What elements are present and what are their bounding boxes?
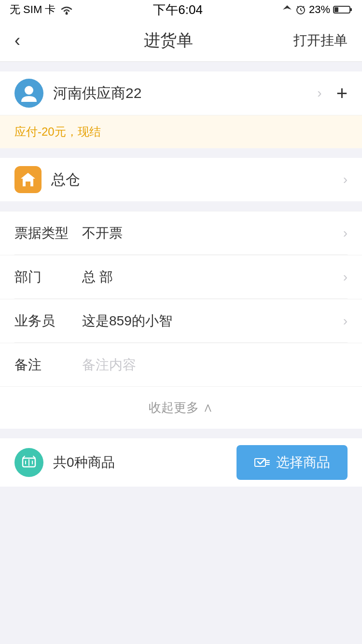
open-pending-button[interactable]: 打开挂单 (293, 31, 348, 50)
notice-banner: 应付-20元，现结 (0, 115, 362, 148)
signal-text: 无 SIM 卡 (10, 2, 56, 17)
svg-line-3 (301, 10, 302, 11)
supplier-right-actions: › + (317, 83, 348, 104)
status-right: 23% (282, 3, 352, 16)
warehouse-chevron-icon[interactable]: › (343, 172, 348, 187)
battery-text: 23% (309, 3, 330, 16)
cart-icon (21, 454, 37, 471)
select-products-button[interactable]: 选择商品 (237, 445, 348, 480)
page-title: 进货单 (144, 29, 193, 52)
back-button[interactable]: ‹ (14, 30, 43, 51)
supplier-avatar (14, 79, 43, 108)
nav-bar: ‹ 进货单 打开挂单 (0, 19, 362, 62)
status-left: 无 SIM 卡 (10, 2, 74, 17)
invoice-row[interactable]: 票据类型 不开票 › (0, 211, 362, 254)
department-row[interactable]: 部门 总 部 › (0, 255, 362, 298)
products-icon (14, 448, 43, 477)
products-left: 共0种商品 (14, 448, 115, 477)
select-cart-icon (254, 456, 270, 469)
salesperson-row[interactable]: 业务员 这是859的小智 › (0, 299, 362, 342)
status-bar: 无 SIM 卡 下午6:04 23% (0, 0, 362, 19)
form-section: 票据类型 不开票 › 部门 总 部 › 业务员 这是859的小智 › 备注 备注… (0, 211, 362, 429)
department-label: 部门 (14, 268, 72, 286)
salesperson-value: 这是859的小智 (72, 312, 343, 330)
remark-row[interactable]: 备注 备注内容 (0, 343, 362, 386)
warehouse-icon (14, 166, 42, 193)
alarm-icon (295, 4, 306, 15)
warehouse-section: 总仓 › (0, 158, 362, 201)
invoice-label: 票据类型 (14, 224, 72, 242)
supplier-name: 河南供应商22 (53, 84, 317, 103)
supplier-section: 河南供应商22 › + 应付-20元，现结 (0, 71, 362, 148)
remark-label: 备注 (14, 356, 72, 374)
status-time: 下午6:04 (153, 1, 203, 18)
invoice-chevron-icon[interactable]: › (343, 225, 348, 241)
person-icon (19, 84, 39, 103)
invoice-value: 不开票 (72, 224, 343, 242)
collapse-button[interactable]: 收起更多 ∧ (149, 399, 213, 416)
products-bar: 共0种商品 选择商品 (0, 438, 362, 487)
add-button[interactable]: + (336, 83, 348, 104)
supplier-row[interactable]: 河南供应商22 › + (0, 71, 362, 115)
wifi-icon (59, 4, 74, 15)
gap-3 (0, 201, 362, 211)
department-chevron-icon[interactable]: › (343, 269, 348, 285)
remark-input[interactable]: 备注内容 (72, 356, 348, 374)
salesperson-chevron-icon[interactable]: › (343, 313, 348, 329)
svg-rect-10 (26, 182, 30, 186)
salesperson-label: 业务员 (14, 312, 72, 330)
notice-text: 应付-20元，现结 (14, 125, 101, 138)
gap-1 (0, 62, 362, 71)
department-value: 总 部 (72, 268, 343, 286)
select-products-label: 选择商品 (276, 453, 330, 472)
svg-point-0 (66, 13, 68, 15)
supplier-chevron-icon[interactable]: › (317, 85, 321, 101)
warehouse-row[interactable]: 总仓 › (0, 158, 362, 201)
warehouse-name: 总仓 (51, 170, 343, 190)
svg-rect-8 (334, 7, 338, 12)
gap-2 (0, 148, 362, 158)
battery-icon (333, 4, 352, 15)
house-icon (20, 172, 36, 187)
products-count: 共0种商品 (53, 453, 115, 472)
location-icon (282, 4, 292, 15)
svg-point-9 (25, 86, 33, 95)
collapse-row: 收起更多 ∧ (0, 386, 362, 429)
svg-rect-7 (350, 8, 352, 11)
